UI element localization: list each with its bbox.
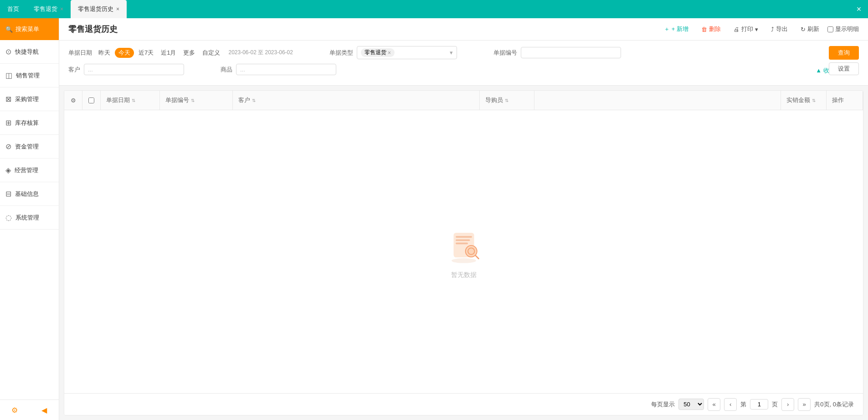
th-amount[interactable]: 实销金额 ⇅ (781, 91, 827, 110)
export-icon: ⤴ (771, 26, 774, 33)
print-icon: 🖨 (734, 26, 740, 33)
last-page-btn[interactable]: » (798, 398, 811, 411)
th-date-label: 单据日期 (106, 96, 130, 104)
customer-select[interactable]: ... (84, 64, 184, 75)
sidebar-collapse-btn[interactable]: ◀ (30, 400, 59, 420)
type-tag: 零售退货 × (361, 48, 395, 57)
settings-button[interactable]: 设置 (829, 62, 859, 75)
sidebar-item-quick-nav-label: 快捷导航 (15, 48, 39, 56)
page-input[interactable] (750, 399, 768, 410)
th-customer-sort-icon: ⇅ (252, 98, 256, 103)
th-guide[interactable]: 导购员 ⇅ (480, 91, 534, 110)
sidebar-item-basic-info-label: 基础信息 (15, 190, 39, 198)
pagination: 每页显示 50 10 20 100 « ‹ 第 页 › » 共0页, 0条记录 (64, 393, 863, 415)
empty-text: 暂无数据 (451, 271, 477, 279)
svg-rect-2 (456, 236, 472, 238)
type-select[interactable]: 零售退货 × ▾ (357, 46, 457, 59)
sidebar-item-operation[interactable]: ◈ 经营管理 (0, 159, 59, 182)
svg-point-5 (465, 245, 477, 256)
bill-no-label: 单据编号 (493, 49, 517, 57)
th-action: 操作 (827, 91, 863, 110)
product-dots: ... (240, 66, 245, 73)
export-button-label: 导出 (776, 25, 788, 33)
th-amount-sort-icon: ⇅ (812, 98, 816, 103)
bill-no-input[interactable] (521, 47, 621, 58)
filter-group-product: 商品 ... (221, 64, 336, 75)
show-detail-checkbox-label[interactable]: 显示明细 (827, 25, 859, 33)
sidebar-item-inventory[interactable]: ⊞ 库存核算 (0, 111, 59, 135)
print-button[interactable]: 🖨 打印 ▾ (729, 23, 763, 36)
first-page-btn[interactable]: « (708, 398, 720, 411)
date-range-display: 2023-06-02 至 2023-06-02 (228, 49, 293, 56)
show-detail-label: 显示明细 (835, 25, 859, 33)
date-label: 单据日期 (68, 49, 92, 57)
toolbar: ＋ + 新增 🗑 删除 🖨 打印 ▾ ⤴ 导出 ↻ (659, 23, 859, 36)
sidebar-item-purchase[interactable]: ⊠ 采购管理 (0, 87, 59, 111)
th-spacer (534, 91, 781, 110)
sidebar-item-finance-label: 资金管理 (15, 143, 39, 151)
svg-rect-4 (456, 242, 468, 244)
date-7days[interactable]: 近7天 (136, 48, 156, 58)
date-yesterday[interactable]: 昨天 (96, 48, 113, 58)
th-billno-sort-icon: ⇅ (191, 98, 195, 103)
close-retail-return-tab[interactable]: × (60, 6, 63, 12)
purchase-icon: ⊠ (5, 95, 11, 103)
print-button-label: 打印 (741, 25, 753, 33)
tab-retail-return[interactable]: 零售退货 × (26, 0, 71, 18)
date-more[interactable]: 更多 (180, 48, 198, 58)
sidebar-settings-btn[interactable]: ⚙ (0, 400, 30, 420)
topbar-close-button[interactable]: × (850, 0, 868, 18)
th-billno[interactable]: 单据编号 ⇅ (160, 91, 233, 110)
date-custom[interactable]: 自定义 (200, 48, 223, 58)
select-all-checkbox[interactable] (88, 97, 94, 103)
page-size-select[interactable]: 50 10 20 100 (678, 399, 704, 410)
data-table: ⚙ 单据日期 ⇅ 单据编号 ⇅ 客户 ⇅ 导购员 ⇅ (64, 90, 863, 415)
content-area: 零售退货历史 ＋ + 新增 🗑 删除 🖨 打印 ▾ ⤴ 导出 (59, 18, 868, 420)
sidebar: 🔍 搜索菜单 ⊙ 快捷导航 ◫ 销售管理 ⊠ 采购管理 ⊞ 库存核算 ⊘ 资金管… (0, 18, 59, 420)
tab-retail-return-history[interactable]: 零售退货历史 × (71, 0, 127, 18)
type-tag-text: 零售退货 (365, 49, 386, 56)
prev-page-btn[interactable]: ‹ (724, 398, 737, 411)
sidebar-item-system-label: 系统管理 (15, 214, 39, 222)
th-settings[interactable]: ⚙ (64, 91, 82, 110)
svg-line-7 (476, 256, 478, 258)
sidebar-item-basic-info[interactable]: ⊟ 基础信息 (0, 182, 59, 206)
query-button[interactable]: 查询 (829, 46, 859, 60)
th-billno-label: 单据编号 (165, 96, 189, 104)
sidebar-item-system[interactable]: ◌ 系统管理 (0, 206, 59, 230)
sidebar-item-quick-nav[interactable]: ⊙ 快捷导航 (0, 40, 59, 64)
quick-nav-icon: ⊙ (5, 47, 11, 56)
type-select-tags: 零售退货 × (361, 48, 395, 57)
th-checkbox[interactable] (82, 91, 101, 110)
sidebar-item-sales-label: 销售管理 (16, 72, 40, 80)
new-button[interactable]: ＋ + 新增 (659, 23, 693, 36)
sidebar-item-sales[interactable]: ◫ 销售管理 (0, 64, 59, 87)
next-page-btn[interactable]: › (781, 398, 794, 411)
delete-icon: 🗑 (701, 26, 707, 33)
refresh-button-label: 刷新 (807, 25, 819, 33)
refresh-icon: ↻ (801, 26, 806, 33)
refresh-button[interactable]: ↻ 刷新 (796, 23, 824, 36)
product-select[interactable]: ... (236, 64, 336, 75)
sidebar-search[interactable]: 🔍 搜索菜单 (0, 18, 59, 40)
type-tag-close[interactable]: × (388, 50, 391, 56)
filter-group-date: 单据日期 昨天 今天 近7天 近1月 更多 自定义 2023-06-02 至 2… (68, 48, 293, 58)
sidebar-item-finance[interactable]: ⊘ 资金管理 (0, 135, 59, 159)
operation-icon: ◈ (5, 166, 11, 174)
th-date[interactable]: 单据日期 ⇅ (101, 91, 160, 110)
search-icon: 🔍 (5, 26, 13, 33)
export-button[interactable]: ⤴ 导出 (766, 23, 792, 36)
show-detail-checkbox[interactable] (827, 26, 833, 32)
print-dropdown-icon: ▾ (755, 26, 758, 33)
delete-button[interactable]: 🗑 删除 (697, 23, 725, 36)
close-retail-return-history-tab[interactable]: × (116, 6, 119, 12)
th-customer[interactable]: 客户 ⇅ (233, 91, 480, 110)
tab-home[interactable]: 首页 (0, 0, 26, 18)
type-select-dropdown-icon: ▾ (450, 49, 453, 56)
date-today[interactable]: 今天 (115, 48, 134, 58)
finance-icon: ⊘ (5, 142, 11, 151)
inventory-icon: ⊞ (5, 118, 11, 127)
date-1month[interactable]: 近1月 (158, 48, 179, 58)
tab-home-label: 首页 (7, 5, 19, 13)
filter-group-type: 单据类型 零售退货 × ▾ (329, 46, 457, 59)
